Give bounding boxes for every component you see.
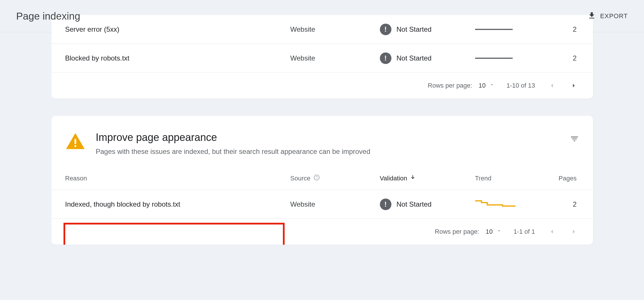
pagination-bar: Rows per page: 10 1-1 of 1: [51, 219, 593, 245]
pages-cell: 2: [556, 25, 579, 33]
next-page-button[interactable]: [569, 82, 579, 89]
validation-cell: ! Not Started: [380, 52, 475, 64]
rows-per-page-dropdown[interactable]: 10: [479, 82, 495, 89]
page-title: Page indexing: [16, 10, 80, 22]
validation-label: Not Started: [397, 54, 432, 62]
download-icon: [587, 11, 596, 21]
indexing-issues-card: Server error (5xx) Website ! Not Started…: [51, 15, 593, 99]
pagination-range: 1-1 of 1: [514, 228, 535, 235]
arrow-down-icon: [410, 174, 416, 182]
col-header-pages[interactable]: Pages: [556, 175, 579, 182]
pages-cell: 2: [556, 54, 579, 62]
pagination-range: 1-10 of 13: [506, 82, 535, 89]
next-page-button[interactable]: [569, 228, 579, 235]
rows-per-page: Rows per page: 10: [435, 228, 502, 235]
col-header-validation[interactable]: Validation: [380, 174, 475, 182]
export-label: EXPORT: [600, 12, 628, 20]
warning-triangle-icon: [65, 131, 85, 153]
pages-cell: 2: [556, 200, 579, 208]
rows-per-page-value: 10: [479, 82, 486, 89]
exclamation-icon: !: [380, 52, 391, 64]
col-header-reason[interactable]: Reason: [65, 175, 290, 182]
pagination-bar: Rows per page: 10 1-10 of 13: [51, 73, 593, 99]
col-header-validation-label: Validation: [380, 175, 407, 182]
validation-label: Not Started: [397, 25, 432, 33]
card-header: Improve page appearance Pages with these…: [51, 116, 593, 165]
chevron-down-icon: [489, 82, 495, 89]
card-subtitle: Pages with these issues are indexed, but…: [96, 146, 413, 157]
exclamation-icon: !: [380, 199, 391, 210]
table-row[interactable]: Server error (5xx) Website ! Not Started…: [51, 15, 593, 44]
reason-cell: Server error (5xx): [65, 25, 290, 33]
rows-per-page-label: Rows per page:: [435, 228, 479, 235]
col-header-source-label: Source: [290, 175, 311, 182]
improve-appearance-card: Improve page appearance Pages with these…: [51, 116, 593, 245]
rows-per-page-dropdown[interactable]: 10: [486, 228, 502, 235]
rows-per-page: Rows per page: 10: [428, 82, 495, 89]
validation-cell: ! Not Started: [380, 199, 475, 210]
filter-icon: [570, 139, 579, 144]
source-cell: Website: [290, 200, 380, 208]
prev-page-button[interactable]: [547, 82, 557, 89]
rows-per-page-value: 10: [486, 228, 492, 235]
prev-page-button[interactable]: [547, 228, 557, 235]
filter-button[interactable]: [570, 131, 579, 145]
card-title: Improve page appearance: [96, 131, 559, 144]
col-header-source[interactable]: Source ?: [290, 174, 380, 183]
trend-sparkline: [475, 199, 516, 210]
validation-label: Not Started: [397, 200, 432, 208]
source-cell: Website: [290, 25, 380, 33]
reason-cell: Indexed, though blocked by robots.txt: [65, 200, 290, 208]
table-header-row: Reason Source ? Validation Trend Pages: [51, 165, 593, 190]
trend-cell: [475, 29, 556, 30]
validation-cell: ! Not Started: [380, 24, 475, 35]
table-row[interactable]: Indexed, though blocked by robots.txt We…: [51, 190, 593, 219]
col-header-trend[interactable]: Trend: [475, 175, 556, 182]
trend-cell: [475, 58, 556, 59]
exclamation-icon: !: [380, 24, 391, 35]
trend-sparkline: [475, 29, 513, 30]
content-area: Server error (5xx) Website ! Not Started…: [0, 15, 644, 256]
export-button[interactable]: EXPORT: [587, 11, 628, 21]
chevron-down-icon: [496, 228, 502, 235]
svg-text:?: ?: [316, 175, 318, 180]
reason-cell: Blocked by robots.txt: [65, 54, 290, 62]
card-header-text: Improve page appearance Pages with these…: [96, 131, 559, 157]
help-circle-icon[interactable]: ?: [313, 174, 320, 183]
svg-rect-1: [74, 145, 76, 147]
trend-sparkline: [475, 58, 513, 59]
trend-cell: [475, 199, 556, 210]
source-cell: Website: [290, 54, 380, 62]
rows-per-page-label: Rows per page:: [428, 82, 472, 89]
table-row[interactable]: Blocked by robots.txt Website ! Not Star…: [51, 44, 593, 73]
svg-rect-0: [74, 139, 76, 144]
